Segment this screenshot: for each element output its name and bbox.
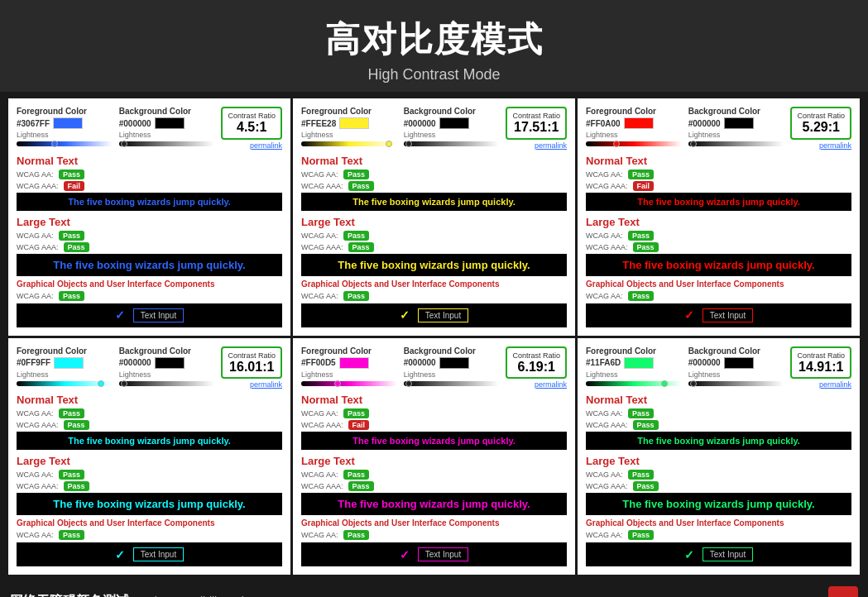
- contrast-value: 14.91:1: [797, 360, 845, 375]
- normal-aa-badge: Pass: [628, 408, 654, 418]
- bg-lightness-label: Lightness: [688, 370, 784, 379]
- bg-hex: #000000: [688, 358, 721, 367]
- fg-hex: #0FF9FF: [17, 358, 50, 367]
- fg-thumb: [661, 380, 668, 387]
- graphical-aa-badge: Pass: [628, 291, 654, 301]
- bg-slider[interactable]: [119, 141, 215, 147]
- normal-aa-badge: Pass: [59, 408, 84, 418]
- large-aa-row: WCAG AA: Pass: [301, 470, 567, 480]
- title-en: High Contrast Mode: [0, 66, 868, 84]
- bg-slider[interactable]: [404, 141, 500, 147]
- fg-slider[interactable]: [586, 380, 682, 387]
- bg-lightness-label: Lightness: [404, 370, 500, 379]
- text-input-demo[interactable]: Text Input: [418, 547, 468, 561]
- wcag-aa-label: WCAG AA:: [301, 409, 338, 418]
- normal-demo-box: The five boxing wizards jump quickly.: [17, 432, 282, 450]
- bg-thumb: [121, 380, 127, 387]
- fg-swatch: [339, 357, 369, 369]
- bg-value-row: #000000: [688, 357, 784, 369]
- graphical-demo-box: ✓ Text Input: [301, 303, 567, 327]
- bg-value-row: #000000: [119, 357, 215, 369]
- permalink[interactable]: permalink: [506, 380, 567, 389]
- large-aa-row: WCAG AA: Pass: [301, 231, 567, 241]
- large-text-title: Large Text: [301, 216, 567, 228]
- bg-value-row: #000000: [404, 357, 500, 369]
- graphical-aa-badge: Pass: [59, 530, 84, 540]
- footer-chinese: 网络无障碍颜色测试: [10, 593, 129, 597]
- bg-track: [404, 141, 500, 146]
- text-input-demo[interactable]: Text Input: [703, 547, 753, 561]
- graphical-aa-badge: Pass: [343, 291, 369, 301]
- text-input-demo[interactable]: Text Input: [133, 547, 184, 561]
- bg-slider[interactable]: [688, 380, 784, 387]
- graphical-aa-row: WCAG AA: Pass: [301, 530, 567, 540]
- fg-slider[interactable]: [17, 141, 113, 147]
- normal-text-title: Normal Text: [17, 394, 282, 406]
- bg-hex: #000000: [119, 358, 151, 367]
- bg-hex: #000000: [404, 358, 436, 367]
- graphical-aa-row: WCAG AA: Pass: [17, 291, 282, 301]
- fg-thumb: [613, 141, 620, 147]
- bg-swatch: [155, 357, 185, 369]
- large-wcag-aaa-label: WCAG AAA:: [301, 482, 343, 490]
- large-wcag-aa-label: WCAG AA:: [17, 232, 54, 240]
- normal-demo-box: The five boxing wizards jump quickly.: [586, 193, 851, 211]
- large-wcag-aaa-label: WCAG AAA:: [586, 243, 628, 251]
- contrast-label: Contrast Ratio: [228, 112, 276, 120]
- graphical-title: Graphical Objects and User Interface Com…: [17, 279, 282, 289]
- bg-swatch: [724, 357, 754, 369]
- large-wcag-aa-label: WCAG AA:: [301, 470, 338, 479]
- contrast-box: Contrast Ratio 4.5:1 permalink: [221, 107, 282, 150]
- fg-hex: #3067FF: [17, 119, 50, 128]
- normal-aa-row: WCAG AA: Pass: [301, 170, 567, 179]
- normal-aaa-row: WCAG AAA: Pass: [301, 181, 567, 191]
- fg-slider[interactable]: [301, 380, 397, 387]
- normal-aaa-badge: Pass: [633, 420, 659, 430]
- fg-label: Foreground Color: [586, 107, 682, 116]
- bg-slider[interactable]: [119, 380, 215, 387]
- graphical-aa-badge: Pass: [343, 530, 369, 540]
- permalink[interactable]: permalink: [221, 380, 282, 389]
- wcag-aa-label: WCAG AA:: [301, 170, 338, 179]
- bg-swatch: [155, 117, 185, 129]
- fg-slider[interactable]: [301, 141, 397, 147]
- normal-demo-box: The five boxing wizards jump quickly.: [301, 432, 567, 450]
- permalink[interactable]: permalink: [790, 380, 851, 389]
- normal-aa-row: WCAG AA: Pass: [586, 170, 851, 179]
- bg-value-row: #000000: [119, 117, 215, 129]
- fg-label: Foreground Color: [586, 346, 682, 356]
- fg-slider[interactable]: [586, 141, 682, 147]
- permalink[interactable]: permalink: [790, 141, 851, 150]
- fg-section: Foreground Color #FF00D5 Lightness: [301, 346, 397, 389]
- normal-aaa-badge: Fail: [348, 420, 370, 430]
- bg-track: [404, 381, 500, 386]
- permalink[interactable]: permalink: [221, 141, 282, 150]
- contrast-box: Contrast Ratio 5.29:1 permalink: [790, 107, 851, 150]
- large-wcag-aa-label: WCAG AA:: [586, 232, 623, 240]
- bg-slider[interactable]: [404, 380, 500, 387]
- normal-aaa-row: WCAG AAA: Fail: [301, 420, 567, 430]
- checkmark-icon: ✓: [684, 548, 694, 561]
- fg-label: Foreground Color: [301, 346, 397, 356]
- bg-thumb: [405, 380, 412, 387]
- bg-section: Background Color #000000 Lightness: [119, 346, 215, 389]
- bg-section: Background Color #000000 Lightness: [119, 107, 215, 149]
- normal-text-title: Normal Text: [17, 155, 282, 167]
- normal-aaa-badge: Fail: [64, 181, 85, 191]
- text-input-demo[interactable]: Text Input: [703, 308, 753, 322]
- bg-hex: #000000: [404, 119, 436, 128]
- graphical-aa-row: WCAG AA: Pass: [301, 291, 567, 301]
- permalink[interactable]: permalink: [506, 141, 567, 150]
- text-input-demo[interactable]: Text Input: [418, 308, 468, 322]
- fg-track: [17, 141, 113, 146]
- bg-slider[interactable]: [688, 141, 784, 147]
- large-text-title: Large Text: [17, 455, 282, 467]
- fg-hex: #FFEE28: [301, 119, 336, 128]
- normal-demo-box: The five boxing wizards jump quickly.: [17, 193, 282, 211]
- bg-track: [688, 141, 784, 146]
- fg-slider[interactable]: [17, 380, 113, 387]
- text-input-demo[interactable]: Text Input: [133, 308, 184, 322]
- large-wcag-aaa-label: WCAG AAA:: [301, 243, 343, 251]
- bg-thumb: [690, 380, 697, 387]
- bg-label: Background Color: [119, 107, 215, 116]
